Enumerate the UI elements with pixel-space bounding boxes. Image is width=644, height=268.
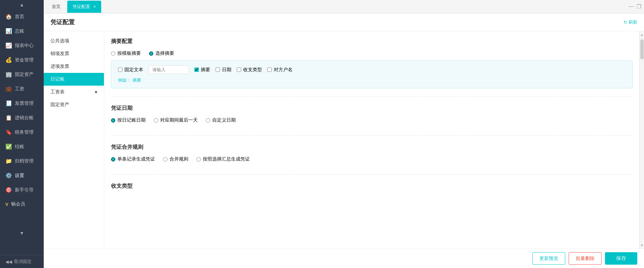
radio-journal-date-input[interactable] — [111, 118, 115, 123]
sidebar-item-close[interactable]: ✅ 结账 — [0, 139, 44, 154]
assets-icon: 🏢 — [5, 71, 12, 78]
radio-template-abstract[interactable]: 按模板摘要 — [111, 50, 141, 56]
scroll-down-button[interactable]: ▼ — [640, 242, 644, 249]
pin-icon: ◀◀ — [5, 259, 12, 264]
radio-period-last[interactable]: 对应期间最后一天 — [154, 117, 198, 123]
leftnav-salary[interactable]: 工资表 ▾ — [44, 86, 104, 98]
home-icon: 🏠 — [5, 13, 12, 20]
sidebar-item-ledger[interactable]: 📊 总账 — [0, 24, 44, 38]
refresh-button[interactable]: ↻ 刷新 — [623, 19, 637, 25]
tab-home-label: 首页 — [52, 4, 61, 10]
abstract-config-box: 固定文本 摘要 日期 — [111, 60, 633, 88]
abstract-radio-row: 按模板摘要 选择摘要 — [111, 50, 633, 56]
checkbox-abstract-input[interactable] — [194, 68, 199, 72]
merge-rule-section: 凭证合并规则 单条记录生成凭证 合并规则 按照选择汇总生成凭证 — [111, 144, 633, 175]
sidebar-item-invoice[interactable]: 🧾 发票管理 — [0, 96, 44, 110]
save-button[interactable]: 保存 — [605, 252, 637, 265]
radio-merge-rule-input[interactable] — [163, 157, 167, 162]
scroll-thumb[interactable] — [640, 39, 644, 59]
voucher-date-radio-row: 按日记账日期 对应期间最后一天 自定义日期 — [111, 117, 633, 123]
checkbox-date-input[interactable] — [216, 68, 220, 72]
checkbox-counterparty-input[interactable] — [267, 68, 272, 72]
sidebar-item-reports[interactable]: 📈 报表中心 — [0, 38, 44, 53]
radio-select-abstract[interactable]: 选择摘要 — [149, 50, 174, 56]
radio-custom-date[interactable]: 自定义日期 — [206, 117, 236, 123]
abstract-section-title: 摘要配置 — [111, 38, 633, 45]
ledger-icon: 📊 — [5, 28, 12, 34]
fixed-text-input[interactable] — [149, 65, 189, 74]
sidebar-item-tax[interactable]: 🔖 税务管理 — [0, 125, 44, 139]
batch-delete-button[interactable]: 批量删除 — [569, 252, 602, 265]
leftnav-purchase[interactable]: 进项发票 — [44, 60, 104, 73]
checkbox-income-type[interactable]: 收支类型 — [237, 67, 262, 73]
tab-voucher-label: 凭证配置 — [73, 4, 90, 10]
sidebar-item-purchase[interactable]: 📋 进销台账 — [0, 110, 44, 125]
sidebar-item-home[interactable]: 🏠 首页 — [0, 9, 44, 24]
tab-close-button[interactable]: × — [93, 4, 96, 9]
sidebar-item-funds[interactable]: 💰 资金管理 — [0, 53, 44, 67]
content-wrapper: 凭证配置 ↻ 刷新 公共选项 销项发票 进项发票 日记账 — [44, 13, 644, 268]
leftnav-sales[interactable]: 销项发票 — [44, 47, 104, 60]
close-account-icon: ✅ — [5, 143, 12, 150]
tab-voucher-config[interactable]: 凭证配置 × — [67, 1, 101, 13]
body-layout: 公共选项 销项发票 进项发票 日记账 工资表 ▾ 固定资产 — [44, 31, 644, 249]
refresh-icon: ↻ — [623, 20, 627, 25]
window-controls: — ❐ — [629, 3, 641, 10]
left-nav: 公共选项 销项发票 进项发票 日记账 工资表 ▾ 固定资产 — [44, 31, 104, 249]
abstract-config-section: 摘要配置 按模板摘要 选择摘要 — [111, 38, 633, 97]
sidebar-item-archive[interactable]: 📁 归档管理 — [0, 154, 44, 168]
salary-expand-icon: ▾ — [95, 89, 97, 95]
vip-icon: V — [5, 202, 8, 207]
radio-single-record-input[interactable] — [111, 157, 115, 162]
radio-select-input[interactable] — [149, 51, 153, 56]
scroll-up-button[interactable]: ▲ — [640, 31, 644, 38]
reports-icon: 📈 — [5, 42, 12, 49]
radio-select-merge[interactable]: 按照选择汇总生成凭证 — [196, 156, 250, 162]
radio-custom-date-input[interactable] — [206, 118, 210, 123]
sidebar-scroll-down[interactable]: ▼ — [0, 228, 44, 238]
guide-icon: 🎯 — [5, 187, 12, 193]
leftnav-fixed-assets[interactable]: 固定资产 — [44, 98, 104, 111]
leftnav-journal[interactable]: 日记账 — [44, 73, 104, 86]
sidebar-item-assets[interactable]: 🏢 固定资产 — [0, 67, 44, 82]
checkbox-fixed-text-input[interactable] — [118, 68, 122, 72]
main-area: 首页 凭证配置 × — ❐ 凭证配置 ↻ 刷新 公共选项 — [44, 0, 644, 268]
update-preview-button[interactable]: 更新预览 — [532, 252, 565, 265]
abstract-checkbox-row: 固定文本 摘要 日期 — [118, 65, 626, 74]
checkbox-abstract[interactable]: 摘要 — [194, 67, 210, 73]
window-restore-button[interactable]: ❐ — [637, 3, 641, 10]
unpin-sidebar-button[interactable]: ◀◀ 取消固定 — [0, 255, 44, 268]
leftnav-public[interactable]: 公共选项 — [44, 35, 104, 47]
abstract-example: 例如： 摘要 — [118, 77, 626, 83]
window-minimize-button[interactable]: — — [629, 3, 634, 10]
sidebar-item-guide[interactable]: 🎯 新手引导 — [0, 183, 44, 197]
salary-icon: 💼 — [5, 86, 12, 92]
radio-period-last-input[interactable] — [154, 118, 158, 123]
sidebar-item-vip[interactable]: V 畅会员 — [0, 197, 44, 211]
radio-journal-date[interactable]: 按日记账日期 — [111, 117, 146, 123]
sidebar-item-salary[interactable]: 💼 工资 — [0, 82, 44, 96]
page-title: 凭证配置 — [50, 18, 75, 26]
bottom-bar: 更新预览 批量删除 保存 — [44, 249, 644, 268]
invoice-icon: 🧾 — [5, 100, 12, 106]
merge-rule-title: 凭证合并规则 — [111, 144, 633, 151]
settings-icon: ⚙️ — [5, 172, 12, 179]
radio-single-record[interactable]: 单条记录生成凭证 — [111, 156, 155, 162]
voucher-date-title: 凭证日期 — [111, 105, 633, 112]
sidebar-item-settings[interactable]: ⚙️ 设置 — [0, 168, 44, 183]
checkbox-income-type-input[interactable] — [237, 68, 241, 72]
checkbox-date[interactable]: 日期 — [216, 67, 231, 73]
radio-merge-rule[interactable]: 合并规则 — [163, 156, 188, 162]
scroll-track: ▲ ▼ — [639, 31, 644, 249]
sidebar-scroll-up[interactable]: ▲ — [0, 0, 44, 9]
radio-template-input[interactable] — [111, 51, 115, 56]
tab-home[interactable]: 首页 — [46, 1, 66, 13]
checkbox-fixed-text[interactable]: 固定文本 — [118, 67, 143, 73]
radio-select-merge-input[interactable] — [196, 157, 201, 162]
income-type-title: 收支类型 — [111, 183, 633, 190]
archive-icon: 📁 — [5, 158, 12, 164]
voucher-date-section: 凭证日期 按日记账日期 对应期间最后一天 自定义日期 — [111, 105, 633, 136]
checkbox-counterparty[interactable]: 对方户名 — [267, 67, 293, 73]
tab-bar: 首页 凭证配置 × — ❐ — [44, 0, 644, 13]
purchase-icon: 📋 — [5, 115, 12, 121]
